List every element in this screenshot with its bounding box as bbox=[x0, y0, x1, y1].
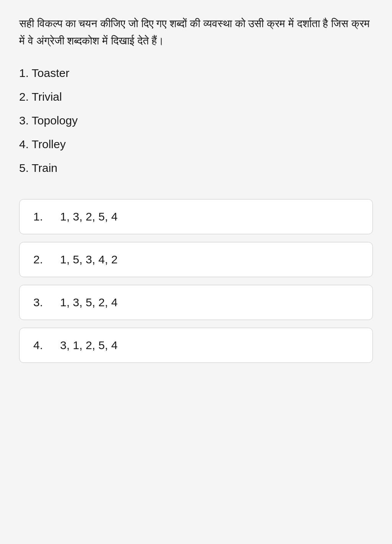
option-1-number: 1. bbox=[33, 210, 49, 223]
word-label-4: Trolley bbox=[32, 138, 66, 150]
option-1[interactable]: 1. 1, 3, 2, 5, 4 bbox=[19, 199, 373, 234]
word-number-4: 4. bbox=[19, 138, 32, 150]
options-container: 1. 1, 3, 2, 5, 4 2. 1, 5, 3, 4, 2 3. 1, … bbox=[19, 199, 373, 363]
word-item-2: 2. Trivial bbox=[19, 85, 373, 109]
option-2-number: 2. bbox=[33, 253, 49, 266]
option-4-value: 3, 1, 2, 5, 4 bbox=[60, 339, 118, 352]
option-1-value: 1, 3, 2, 5, 4 bbox=[60, 210, 118, 223]
word-number-5: 5. bbox=[19, 162, 32, 174]
word-label-2: Trivial bbox=[32, 90, 62, 103]
option-4[interactable]: 4. 3, 1, 2, 5, 4 bbox=[19, 328, 373, 363]
word-number-3: 3. bbox=[19, 114, 32, 127]
word-item-5: 5. Train bbox=[19, 156, 373, 180]
word-number-1: 1. bbox=[19, 67, 32, 79]
word-label-5: Train bbox=[32, 162, 57, 174]
option-4-number: 4. bbox=[33, 339, 49, 352]
word-item-3: 3. Topology bbox=[19, 109, 373, 132]
question-text: सही विकल्प का चयन कीजिए जो दिए गए शब्दों… bbox=[19, 15, 373, 50]
option-3-value: 1, 3, 5, 2, 4 bbox=[60, 296, 118, 309]
word-label-1: Toaster bbox=[32, 67, 69, 79]
word-item-1: 1. Toaster bbox=[19, 61, 373, 85]
word-label-3: Topology bbox=[32, 114, 78, 127]
word-item-4: 4. Trolley bbox=[19, 132, 373, 156]
page-container: सही विकल्प का चयन कीजिए जो दिए गए शब्दों… bbox=[0, 0, 392, 544]
word-list: 1. Toaster 2. Trivial 3. Topology 4. Tro… bbox=[19, 61, 373, 180]
option-3-number: 3. bbox=[33, 296, 49, 309]
option-2-value: 1, 5, 3, 4, 2 bbox=[60, 253, 118, 266]
option-2[interactable]: 2. 1, 5, 3, 4, 2 bbox=[19, 242, 373, 277]
option-3[interactable]: 3. 1, 3, 5, 2, 4 bbox=[19, 285, 373, 320]
word-number-2: 2. bbox=[19, 90, 32, 103]
